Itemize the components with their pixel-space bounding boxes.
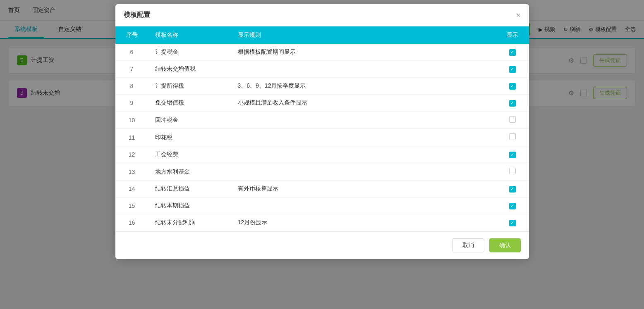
cell-name-1: 结转未交增值税 bbox=[148, 61, 231, 78]
checkbox-checked-10[interactable]: ✓ bbox=[509, 220, 516, 226]
cell-name-7: 地方水利基金 bbox=[148, 163, 231, 181]
cell-rule-2: 3、6、9、12月按季度显示 bbox=[231, 78, 496, 95]
cell-name-4: 回冲税金 bbox=[148, 112, 231, 129]
cell-check-4 bbox=[496, 112, 529, 129]
cell-rule-3: 小规模且满足收入条件显示 bbox=[231, 95, 496, 112]
modal-title: 模板配置 bbox=[124, 11, 150, 19]
cell-id-1: 7 bbox=[115, 61, 148, 78]
table-row: 7结转未交增值税✓ bbox=[115, 61, 529, 78]
cell-name-5: 印花税 bbox=[148, 129, 231, 146]
cell-rule-8: 有外币核算显示 bbox=[231, 181, 496, 197]
modal-footer: 取消 确认 bbox=[115, 231, 529, 259]
cell-name-2: 计提所得税 bbox=[148, 78, 231, 95]
cell-check-2: ✓ bbox=[496, 78, 529, 95]
cell-name-6: 工会经费 bbox=[148, 146, 231, 163]
modal-body: 序号 模板名称 显示规则 显示 6计提税金根据模板配置期间显示✓7结转未交增值税… bbox=[115, 26, 529, 231]
checkbox-unchecked-5[interactable] bbox=[509, 133, 516, 140]
table-row: 11印花税 bbox=[115, 129, 529, 146]
table-row: 15结转本期损益✓ bbox=[115, 197, 529, 214]
checkbox-checked-3[interactable]: ✓ bbox=[509, 100, 516, 107]
modal-header: 模板配置 × bbox=[115, 4, 529, 26]
cell-id-5: 11 bbox=[115, 129, 148, 146]
col-header-rule: 显示规则 bbox=[231, 26, 496, 44]
template-config-modal: 模板配置 × 序号 模板名称 显示规则 显示 6计提税金根据模板配置期间显示✓7… bbox=[115, 4, 529, 259]
cell-id-9: 15 bbox=[115, 197, 148, 214]
cell-check-3: ✓ bbox=[496, 95, 529, 112]
modal-overlay: 模板配置 × 序号 模板名称 显示规则 显示 6计提税金根据模板配置期间显示✓7… bbox=[0, 0, 644, 309]
table-header-row: 序号 模板名称 显示规则 显示 bbox=[115, 26, 529, 44]
cell-id-8: 14 bbox=[115, 181, 148, 197]
cell-rule-1 bbox=[231, 61, 496, 78]
cell-rule-4 bbox=[231, 112, 496, 129]
col-header-display: 显示 bbox=[496, 26, 529, 44]
cell-id-4: 10 bbox=[115, 112, 148, 129]
config-table: 序号 模板名称 显示规则 显示 6计提税金根据模板配置期间显示✓7结转未交增值税… bbox=[115, 26, 529, 231]
cell-name-3: 免交增值税 bbox=[148, 95, 231, 112]
cell-id-3: 9 bbox=[115, 95, 148, 112]
cell-name-8: 结转汇兑损益 bbox=[148, 181, 231, 197]
cancel-button[interactable]: 取消 bbox=[452, 238, 484, 252]
col-header-name: 模板名称 bbox=[148, 26, 231, 44]
cell-rule-9 bbox=[231, 197, 496, 214]
checkbox-checked-9[interactable]: ✓ bbox=[509, 203, 516, 209]
cell-name-9: 结转本期损益 bbox=[148, 197, 231, 214]
cell-id-2: 8 bbox=[115, 78, 148, 95]
checkbox-unchecked-7[interactable] bbox=[509, 168, 516, 174]
cell-name-10: 结转未分配利润 bbox=[148, 214, 231, 231]
checkbox-checked-1[interactable]: ✓ bbox=[509, 66, 516, 73]
modal-close-button[interactable]: × bbox=[516, 12, 521, 19]
table-row: 14结转汇兑损益有外币核算显示✓ bbox=[115, 181, 529, 197]
cell-check-9: ✓ bbox=[496, 197, 529, 214]
cell-rule-6 bbox=[231, 146, 496, 163]
cell-check-6: ✓ bbox=[496, 146, 529, 163]
cell-rule-10: 12月份显示 bbox=[231, 214, 496, 231]
table-row: 6计提税金根据模板配置期间显示✓ bbox=[115, 44, 529, 61]
cell-check-8: ✓ bbox=[496, 181, 529, 197]
cell-id-0: 6 bbox=[115, 44, 148, 61]
cell-rule-5 bbox=[231, 129, 496, 146]
confirm-button[interactable]: 确认 bbox=[489, 238, 521, 252]
cell-check-10: ✓ bbox=[496, 214, 529, 231]
cell-rule-0: 根据模板配置期间显示 bbox=[231, 44, 496, 61]
cell-rule-7 bbox=[231, 163, 496, 181]
cell-id-7: 13 bbox=[115, 163, 148, 181]
checkbox-unchecked-4[interactable] bbox=[509, 116, 516, 123]
checkbox-checked-6[interactable]: ✓ bbox=[509, 152, 516, 158]
cell-check-1: ✓ bbox=[496, 61, 529, 78]
table-row: 12工会经费✓ bbox=[115, 146, 529, 163]
checkbox-checked-2[interactable]: ✓ bbox=[509, 83, 516, 90]
table-row: 16结转未分配利润12月份显示✓ bbox=[115, 214, 529, 231]
cell-check-5 bbox=[496, 129, 529, 146]
cell-check-0: ✓ bbox=[496, 44, 529, 61]
checkbox-checked-8[interactable]: ✓ bbox=[509, 186, 516, 193]
cell-name-0: 计提税金 bbox=[148, 44, 231, 61]
col-header-id: 序号 bbox=[115, 26, 148, 44]
table-row: 13地方水利基金 bbox=[115, 163, 529, 181]
cell-id-6: 12 bbox=[115, 146, 148, 163]
table-row: 9免交增值税小规模且满足收入条件显示✓ bbox=[115, 95, 529, 112]
cell-id-10: 16 bbox=[115, 214, 148, 231]
table-row: 8计提所得税3、6、9、12月按季度显示✓ bbox=[115, 78, 529, 95]
checkbox-checked-0[interactable]: ✓ bbox=[509, 49, 516, 56]
cell-check-7 bbox=[496, 163, 529, 181]
table-row: 10回冲税金 bbox=[115, 112, 529, 129]
